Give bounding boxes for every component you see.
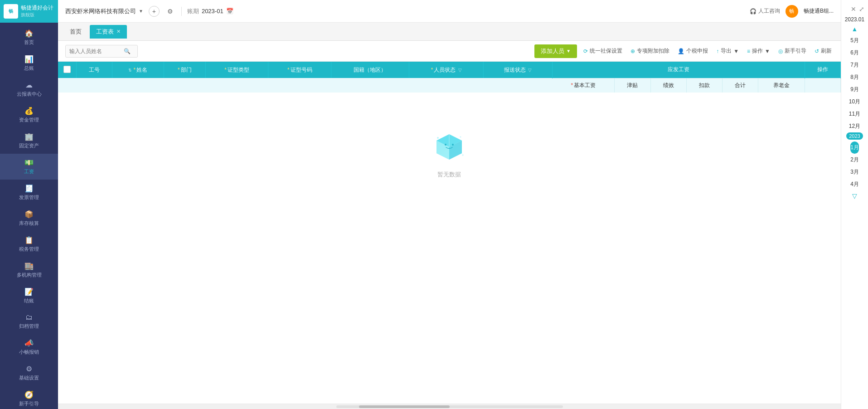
sidebar-item-4[interactable]: 🏢固定资产	[0, 128, 58, 154]
th-should-pay: 应发工资	[552, 62, 805, 78]
sidebar-item-7[interactable]: 📦库存核算	[0, 205, 58, 231]
svg-point-4	[445, 144, 446, 146]
tax-declaration-action[interactable]: 👤 个税申报	[676, 47, 710, 55]
search-wrap: 🔍	[65, 45, 138, 58]
month-item-prev-8月[interactable]: 8月	[849, 71, 860, 83]
select-all-checkbox[interactable]	[63, 66, 71, 73]
export-icon: ↑	[716, 48, 719, 54]
sidebar-item-6[interactable]: 🧾发票管理	[0, 180, 58, 205]
th-report-status: 报送状态 ▽	[484, 62, 552, 78]
sidebar-item-8[interactable]: 📋税务管理	[0, 231, 58, 257]
nav-icon-1: 📊	[24, 55, 34, 63]
month-item-curr-1月[interactable]: 1月	[850, 141, 859, 154]
logo-badge: 旗舰版	[21, 12, 53, 18]
nav-label-13: 基础设置	[19, 375, 39, 381]
panel-close-icon[interactable]: ✕	[851, 5, 856, 13]
tab-home[interactable]: 首页	[63, 25, 88, 39]
sidebar-item-1[interactable]: 📊总账	[0, 50, 58, 76]
sidebar-item-5[interactable]: 💵工资	[0, 154, 58, 180]
sidebar-item-14[interactable]: 🧭新手引导	[0, 386, 58, 409]
social-security-action[interactable]: ⟳ 统一社保设置	[582, 47, 624, 55]
tab-close-icon[interactable]: ✕	[116, 29, 121, 34]
month-item-prev-6月[interactable]: 6月	[849, 47, 860, 59]
user-avatar[interactable]: 畅	[786, 5, 798, 18]
empty-text: 暂无数据	[437, 170, 461, 179]
nav-icon-3: 💰	[24, 107, 34, 115]
refresh-action[interactable]: ↺ 刷新	[813, 47, 834, 55]
month-item-curr-4月[interactable]: 4月	[848, 178, 862, 190]
export-arrow-icon: ▼	[733, 48, 739, 54]
panel-current-year: 2023.01	[845, 15, 864, 24]
th-cert-type: *证型类型	[205, 62, 268, 78]
month-item-prev-11月[interactable]: 11月	[849, 108, 860, 120]
month-item-prev-9月[interactable]: 9月	[849, 83, 860, 96]
sidebar-nav: 🏠首页📊总账☁云报表中心💰资金管理🏢固定资产💵工资🧾发票管理📦库存核算📋税务管理…	[0, 23, 58, 409]
plus-circle-icon: ⊕	[630, 48, 635, 54]
sidebar: 畅 畅捷通好会计 旗舰版 🏠首页📊总账☁云报表中心💰资金管理🏢固定资产💵工资🧾发…	[0, 0, 58, 409]
panel-maximize-icon[interactable]: ⤢	[859, 5, 864, 13]
sidebar-item-2[interactable]: ☁云报表中心	[0, 76, 58, 102]
calendar-icon[interactable]: 📅	[226, 8, 233, 15]
nav-icon-5: 💵	[24, 158, 34, 167]
nav-icon-8: 📋	[24, 236, 34, 244]
month-item-curr-3月[interactable]: 3月	[848, 166, 862, 178]
th-employee-id: 工号	[76, 62, 112, 78]
right-panel: ✕ ⤢ 2023.01 ▲ 5月6月7月8月9月10月11月12月 2023 1…	[841, 0, 868, 409]
nav-icon-9: 🏬	[24, 262, 34, 270]
tabs-bar: 首页 工资表 ✕	[58, 23, 841, 41]
main-area: 西安虾米网络科技有限公司 ▼ + ⚙ 账期 2023-01 📅 🎧 人工咨询 畅…	[58, 0, 841, 409]
refresh-icon: ↺	[815, 48, 819, 54]
nav-icon-12: 📣	[24, 339, 34, 347]
tab-salary[interactable]: 工资表 ✕	[90, 25, 127, 39]
panel-up-arrow[interactable]: ▲	[850, 24, 860, 34]
salary-table: 工号 ⇅ *姓名 *部门 *证型类型 *证型号码 国籍（地区） *人员状态 ▽ …	[58, 62, 841, 215]
th-allowance: 津贴	[615, 78, 650, 93]
operation-action[interactable]: ≡ 操作 ▼	[745, 47, 772, 55]
human-service-button[interactable]: 🎧 人工咨询	[750, 7, 780, 15]
month-item-prev-12月[interactable]: 12月	[849, 120, 860, 132]
nav-label-9: 多机构管理	[17, 272, 42, 278]
th-operation: 操作	[805, 62, 840, 78]
sidebar-item-10[interactable]: 📝结账	[0, 283, 58, 309]
month-item-curr-2月[interactable]: 2月	[848, 154, 862, 166]
guide-action[interactable]: ◎ 新手引导	[776, 47, 808, 55]
add-person-button[interactable]: 添加人员 ▼	[534, 44, 577, 58]
user-icon: 👤	[678, 48, 684, 54]
sidebar-item-3[interactable]: 💰资金管理	[0, 102, 58, 128]
export-action[interactable]: ↑ 导出 ▼	[714, 47, 741, 55]
sync-icon: ⟳	[583, 48, 588, 54]
company-selector[interactable]: 西安虾米网络科技有限公司 ▼	[65, 7, 143, 15]
sidebar-item-0[interactable]: 🏠首页	[0, 24, 58, 50]
nav-label-2: 云报表中心	[17, 91, 42, 97]
empty-state-cell: 暂无数据	[58, 93, 841, 215]
search-input[interactable]	[69, 48, 124, 54]
scroll-thumb[interactable]	[359, 405, 450, 408]
nav-label-0: 首页	[24, 39, 34, 46]
th-deduction: 扣款	[686, 78, 722, 93]
sidebar-item-9[interactable]: 🏬多机构管理	[0, 257, 58, 283]
headset-icon: 🎧	[750, 8, 756, 15]
sidebar-item-12[interactable]: 📣小畅报销	[0, 334, 58, 360]
period-value: 2023-01	[202, 8, 223, 15]
nav-icon-13: ⚙	[26, 365, 32, 373]
nav-label-12: 小畅报销	[19, 349, 39, 355]
th-base-salary: *基本工资	[552, 78, 615, 93]
chevron-down-icon: ▼	[139, 9, 143, 14]
refresh-label: 刷新	[821, 47, 832, 55]
horizontal-scrollbar[interactable]	[58, 404, 841, 409]
app-logo: 畅 畅捷通好会计 旗舰版	[0, 0, 58, 23]
settings-icon[interactable]: ⚙	[165, 6, 176, 17]
special-deduction-action[interactable]: ⊕ 专项附加扣除	[629, 47, 671, 55]
month-item-prev-10月[interactable]: 10月	[849, 96, 860, 108]
month-item-prev-5月[interactable]: 5月	[849, 34, 860, 47]
th-pension: 养老金	[758, 78, 805, 93]
add-company-button[interactable]: +	[149, 6, 160, 17]
period-label: 账期	[187, 7, 199, 15]
nav-label-1: 总账	[24, 65, 34, 72]
sidebar-item-11[interactable]: 🗂归档管理	[0, 309, 58, 334]
panel-down-arrow[interactable]: ▽	[850, 190, 859, 201]
nav-icon-14: 🧭	[24, 390, 34, 399]
sidebar-item-13[interactable]: ⚙基础设置	[0, 360, 58, 386]
month-item-prev-7月[interactable]: 7月	[849, 59, 860, 71]
panel-top-buttons: ✕ ⤢	[847, 3, 868, 15]
